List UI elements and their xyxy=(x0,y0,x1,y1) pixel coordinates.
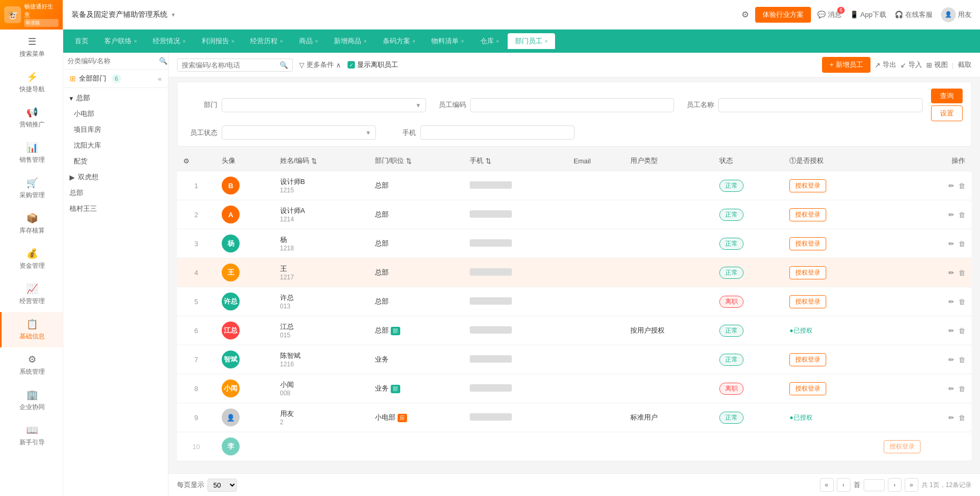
sidebar-item-operations[interactable]: 📈 经营管理 xyxy=(0,277,63,312)
export-button[interactable]: ↗ 导出 xyxy=(875,60,896,70)
sidebar-item-system[interactable]: ⚙ 系统管理 xyxy=(0,347,63,383)
message-button[interactable]: 💬 消息 6 xyxy=(817,10,842,20)
sidebar-item-purchase[interactable]: 🛒 采购管理 xyxy=(0,171,63,206)
tab-warehouse[interactable]: 仓库 × xyxy=(473,33,507,49)
per-page-select[interactable]: 50 100 200 xyxy=(207,479,237,492)
edit-button[interactable]: ✏ xyxy=(948,182,954,190)
filter-phone-input[interactable] xyxy=(420,125,575,140)
delete-button[interactable]: 🗑 xyxy=(958,385,965,393)
next-page-button[interactable]: › xyxy=(888,478,902,492)
delete-button[interactable]: 🗑 xyxy=(958,269,965,277)
edit-button[interactable]: ✏ xyxy=(948,298,954,306)
delete-button[interactable]: 🗑 xyxy=(958,356,965,364)
sidebar-item-sales[interactable]: 📊 销售管理 xyxy=(0,135,63,171)
close-icon[interactable]: × xyxy=(363,38,367,44)
col-settings[interactable]: ⚙ xyxy=(177,151,215,171)
last-page-button[interactable]: » xyxy=(905,478,918,492)
authorize-button[interactable]: 授权登录 xyxy=(789,382,826,395)
topbar-gear-icon[interactable]: ⚙ xyxy=(741,9,749,20)
dept-search-icon[interactable]: 🔍 xyxy=(159,57,167,65)
close-icon[interactable]: × xyxy=(182,38,185,44)
import-button[interactable]: ↙ 导入 xyxy=(900,60,922,70)
app-download-button[interactable]: 📱 App下载 xyxy=(850,10,886,20)
sidebar-item-enterprise[interactable]: 🏢 企业协同 xyxy=(0,383,63,418)
reset-button[interactable]: 设置 xyxy=(931,105,963,121)
col-phone[interactable]: 手机 ⇅ xyxy=(463,151,568,171)
sidebar-item-search[interactable]: ☰ 搜索菜单 xyxy=(0,30,63,65)
edit-button[interactable]: ✏ xyxy=(948,240,954,248)
dept-item-shuanghu[interactable]: ▶ 双虎想 xyxy=(63,169,168,185)
close-icon[interactable]: × xyxy=(496,38,499,44)
edit-button[interactable]: ✏ xyxy=(948,327,954,335)
tab-barcode[interactable]: 条码方案 × xyxy=(375,33,423,49)
authorize-button[interactable]: 授权登录 xyxy=(789,353,826,366)
page-number-input[interactable]: 1 xyxy=(864,479,885,491)
view-button[interactable]: ⊞ 视图 xyxy=(926,60,948,70)
tab-new-goods[interactable]: 新增商品 × xyxy=(326,33,374,49)
filter-empname-input[interactable] xyxy=(718,98,923,112)
authorize-button[interactable]: 授权登录 xyxy=(789,295,826,308)
trial-button[interactable]: 体验行业方案 xyxy=(755,7,811,23)
title-dropdown-icon[interactable]: ▾ xyxy=(172,11,175,18)
delete-button[interactable]: 🗑 xyxy=(958,182,965,190)
close-icon[interactable]: × xyxy=(461,38,464,44)
query-button[interactable]: 查询 xyxy=(931,89,963,103)
filter-dept-select[interactable]: ▾ xyxy=(222,98,426,112)
delete-button[interactable]: 🗑 xyxy=(958,327,965,335)
sidebar-item-marketing[interactable]: 📢 营销推广 xyxy=(0,100,63,135)
sidebar-item-quick-nav[interactable]: ⚡ 快捷导航 xyxy=(0,65,63,100)
authorize-button[interactable]: 授权登录 xyxy=(884,440,920,453)
dept-item-headquarters[interactable]: 总部 xyxy=(63,185,168,201)
close-icon[interactable]: × xyxy=(134,38,137,44)
close-icon[interactable]: × xyxy=(231,38,234,44)
tab-customer[interactable]: 客户联络 × xyxy=(97,33,144,49)
employee-search-icon[interactable]: 🔍 xyxy=(280,61,288,69)
close-icon[interactable]: × xyxy=(412,38,415,44)
online-service-button[interactable]: 🎧 在线客服 xyxy=(895,10,933,20)
dept-item-distribution[interactable]: 配货 xyxy=(63,153,168,169)
more-filter-button[interactable]: ▽ 更多条件 ∧ xyxy=(299,60,341,70)
authorize-button[interactable]: 授权登录 xyxy=(789,208,826,221)
edit-button[interactable]: ✏ xyxy=(948,269,954,277)
sidebar-item-finance[interactable]: 💰 资金管理 xyxy=(0,241,63,277)
col-name-code[interactable]: 姓名/编码 ⇅ xyxy=(274,151,369,171)
edit-button[interactable]: ✏ xyxy=(948,385,954,393)
dept-item-shenyang[interactable]: 沈阳大库 xyxy=(63,138,168,153)
delete-button[interactable]: 🗑 xyxy=(958,240,965,248)
edit-button[interactable]: ✏ xyxy=(948,356,954,364)
dept-search-input[interactable] xyxy=(67,57,156,65)
prev-page-button[interactable]: ‹ xyxy=(837,478,850,492)
delete-button[interactable]: 🗑 xyxy=(958,298,965,306)
tab-department-employee[interactable]: 部门员工 × xyxy=(508,33,555,49)
tab-history[interactable]: 经营历程 × xyxy=(243,33,290,49)
tab-goods[interactable]: 商品 × xyxy=(292,33,325,49)
more-action-button[interactable]: 截取 xyxy=(958,60,972,70)
tab-bom[interactable]: 物料清单 × xyxy=(424,33,471,49)
collapse-panel-icon[interactable]: « xyxy=(158,75,162,83)
edit-button[interactable]: ✏ xyxy=(948,211,954,219)
tab-profit[interactable]: 利润报告 × xyxy=(194,33,242,49)
close-icon[interactable]: × xyxy=(545,38,548,44)
user-avatar-button[interactable]: 👤 用友 xyxy=(941,7,972,22)
close-icon[interactable]: × xyxy=(280,38,283,44)
tab-operations[interactable]: 经营情况 × xyxy=(145,33,193,49)
sidebar-item-guide[interactable]: 📖 新手引导 xyxy=(0,418,63,453)
filter-empcode-input[interactable] xyxy=(470,98,675,112)
edit-button[interactable]: ✏ xyxy=(948,414,954,422)
authorize-button[interactable]: 授权登录 xyxy=(789,237,826,250)
delete-button[interactable]: 🗑 xyxy=(958,414,965,422)
tab-home[interactable]: 首页 xyxy=(67,33,96,49)
authorize-button[interactable]: 授权登录 xyxy=(789,266,826,279)
add-employee-button[interactable]: + 新增员工 xyxy=(822,57,870,73)
first-page-button[interactable]: « xyxy=(820,478,834,492)
dept-item-xiaodian[interactable]: 小电部 xyxy=(63,106,168,122)
sidebar-item-basic-info[interactable]: 📋 基础信息 xyxy=(0,312,63,347)
sidebar-item-inventory[interactable]: 📦 库存核算 xyxy=(0,206,63,241)
dept-item-zhucun[interactable]: 植村王三 xyxy=(63,201,168,217)
filter-status-select[interactable]: ▾ xyxy=(222,125,376,140)
show-resigned-checkbox[interactable]: ✓ xyxy=(348,61,355,69)
close-icon[interactable]: × xyxy=(315,38,318,44)
dept-item-general[interactable]: ▾ 总部 xyxy=(63,90,168,106)
dept-item-project[interactable]: 项目库房 xyxy=(63,122,168,138)
employee-search-input[interactable] xyxy=(182,61,276,69)
